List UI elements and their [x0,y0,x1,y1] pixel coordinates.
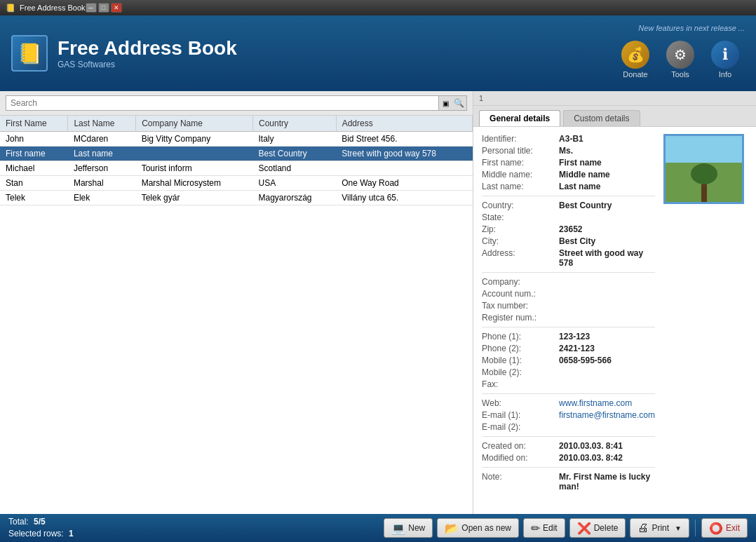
exit-icon: ⭕ [709,522,723,535]
selected-label: Selected rows: [8,529,64,538]
phone1-row: Phone (1): 123-123 [482,332,655,341]
created-label: Created on: [482,441,559,451]
cell-company [136,147,253,161]
personal-title-label: Personal title: [482,146,559,156]
phone2-row: Phone (2): 2421-123 [482,344,655,353]
right-panel: 1 General details Custom details Identif… [473,91,756,514]
register-num-row: Register num.: [482,313,655,323]
cell-first: Michael [0,161,68,176]
minimize-button[interactable]: ─ [86,3,97,13]
contact-photo [666,136,742,202]
window-controls: ─ □ ✕ [86,3,122,13]
titlebar-title: Free Address Book [20,4,86,12]
note-value: Mr. First Name is lucky man! [559,472,655,492]
tools-button[interactable]: ⚙ Tools [661,38,700,81]
edit-button[interactable]: ✏ Edit [523,518,565,538]
search-input[interactable] [6,95,439,111]
maximize-button[interactable]: □ [98,3,109,13]
contact-table: First Name Last Name Company Name Countr… [0,116,473,205]
address-row: Address: Street with good way 578 [482,248,655,268]
clear-search-button[interactable]: ▣ [439,95,452,111]
cell-country: Italy [253,132,337,147]
delete-icon: ❌ [577,522,591,535]
edit-label: Edit [543,523,558,533]
close-button[interactable]: ✕ [111,3,122,13]
delete-label: Delete [594,523,619,533]
search-bar: ▣ 🔍 [0,91,473,116]
table-row[interactable]: JohnMCdarenBig Vitty CompanyItalyBid Str… [0,132,473,147]
first-name-row: First name: First name [482,158,655,168]
info-label: Info [719,70,731,79]
web-value[interactable]: www.firstname.com [559,398,632,408]
tab-custom[interactable]: Custom details [563,110,640,126]
col-address: Address [336,116,472,132]
action-buttons: 💻 New 📂 Open as new ✏ Edit ❌ Delete 🖨 Pr… [384,518,748,538]
info-button[interactable]: ℹ Info [706,38,745,81]
app-logo: 📒 [11,35,48,72]
print-button[interactable]: 🖨 Print ▼ [630,518,689,538]
cell-company: Marshal Microsystem [136,176,253,191]
new-button[interactable]: 💻 New [384,518,433,538]
exit-button[interactable]: ⭕ Exit [701,518,748,538]
email1-value[interactable]: firstname@firstname.com [559,410,655,420]
detail-content: Identifier: A3-B1 Personal title: Ms. Fi… [473,127,756,514]
city-row: City: Best City [482,236,655,246]
donate-button[interactable]: 💰 Donate [616,38,655,81]
account-num-row: Account num.: [482,289,655,299]
contact-photo-frame [663,134,744,204]
record-indicator: 1 [473,91,756,106]
cell-address: Bid Street 456. [336,132,472,147]
middle-name-row: Middle name: Middle name [482,170,655,179]
table-row[interactable]: StanMarshalMarshal MicrosystemUSAOne Way… [0,176,473,191]
phone2-value: 2421-123 [559,344,595,353]
mobile1-row: Mobile (1): 0658-595-566 [482,355,655,365]
register-num-label: Register num.: [482,313,559,323]
cell-last: Elek [68,191,136,205]
first-name-value: First name [559,158,602,168]
print-dropdown-arrow[interactable]: ▼ [675,524,682,532]
cell-first: John [0,132,68,147]
photo-decoration [701,177,707,202]
mobile2-row: Mobile (2): [482,367,655,377]
personal-title-value: Ms. [559,146,573,156]
cell-address: Villány utca 65. [336,191,472,205]
table-row[interactable]: MichaelJeffersonTourist informScotland [0,161,473,176]
fax-label: Fax: [482,379,559,389]
open-as-new-button[interactable]: 📂 Open as new [437,518,519,538]
personal-title-row: Personal title: Ms. [482,146,655,156]
table-header-row: First Name Last Name Company Name Countr… [0,116,473,132]
col-first-name: First Name [0,116,68,132]
cell-last: Jefferson [68,161,136,176]
company-label: Company: [482,277,559,287]
table-row[interactable]: TelekElekTelek gyárMagyarországVillány u… [0,191,473,205]
cell-country: Magyarország [253,191,337,205]
cell-first: Stan [0,176,68,191]
tools-label: Tools [671,70,689,79]
created-row: Created on: 2010.03.03. 8:41 [482,441,655,451]
tax-number-row: Tax number: [482,301,655,311]
delete-button[interactable]: ❌ Delete [569,518,626,538]
tab-general[interactable]: General details [479,110,560,126]
identifier-row: Identifier: A3-B1 [482,134,655,144]
app-subtitle: GAS Softwares [58,60,237,69]
identifier-value: A3-B1 [559,134,583,144]
cell-first: Telek [0,191,68,205]
email2-row: E-mail (2): [482,422,655,432]
detail-photo [663,134,748,507]
modified-value: 2010.03.03. 8:42 [559,453,623,463]
company-row: Company: [482,277,655,287]
email2-label: E-mail (2): [482,422,559,432]
cell-address [336,161,472,176]
open-as-new-icon: 📂 [445,522,459,535]
first-name-label: First name: [482,158,559,168]
city-value: Best City [559,236,595,246]
table-row[interactable]: First nameLast nameBest CountryStreet wi… [0,147,473,161]
middle-name-label: Middle name: [482,170,559,179]
state-label: State: [482,212,559,222]
button-separator [695,520,696,536]
modified-label: Modified on: [482,453,559,463]
header-buttons: 💰 Donate ⚙ Tools ℹ Info [616,38,745,81]
country-label: Country: [482,201,559,210]
total-value: 5/5 [34,517,46,527]
search-button[interactable]: 🔍 [452,95,467,111]
